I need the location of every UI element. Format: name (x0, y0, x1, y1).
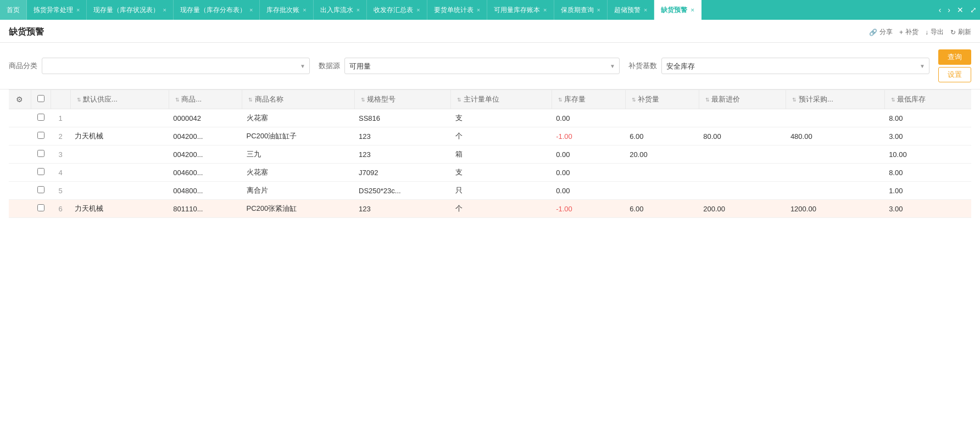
row-replenish: 6.00 (625, 127, 699, 145)
category-select[interactable] (42, 58, 310, 74)
close-icon[interactable]: × (644, 7, 647, 13)
tab-label: 库存批次账 (266, 5, 299, 15)
category-filter-label: 商品分类 (9, 61, 37, 71)
row-checkbox[interactable] (37, 168, 44, 175)
close-icon[interactable]: × (76, 7, 80, 13)
table-row: 4 004600... 火花塞 J7092 支 0.00 8.00 (9, 164, 971, 182)
settings-button[interactable]: 设置 (938, 67, 971, 82)
tab-label: 现存量（库存分布表） (180, 5, 246, 15)
row-checkbox[interactable] (37, 204, 44, 211)
tab-label: 保质期查询 (561, 5, 594, 15)
export-button[interactable]: ↓ 导出 (925, 27, 944, 37)
tab-prev-button[interactable]: ‹ (936, 0, 945, 20)
row-min-stock: 3.00 (884, 127, 971, 145)
table-row: 6 力天机械 801110... PC200张紧油缸 123 个 -1.00 6… (9, 200, 971, 218)
row-stock: 0.00 (552, 182, 625, 200)
close-icon[interactable]: × (691, 7, 694, 13)
row-spec: DS250*23c... (354, 182, 451, 200)
row-stock: 0.00 (552, 164, 625, 182)
row-checkbox[interactable] (37, 186, 44, 193)
tab-可用量库存账本[interactable]: 可用量库存账本 × (487, 0, 554, 20)
replenish-button[interactable]: + 补货 (899, 27, 918, 37)
col-header-replenish: ⇅ 补货量 (625, 90, 699, 109)
row-spec: J7092 (354, 164, 451, 182)
tab-保质期查询[interactable]: 保质期查询 × (554, 0, 608, 20)
row-index: 2 (51, 127, 70, 145)
close-icon[interactable]: × (416, 7, 420, 13)
row-latest-price (699, 109, 786, 127)
tab-label: 现存量（库存状况表） (93, 5, 159, 15)
row-latest-price: 200.00 (699, 200, 786, 218)
col-spec-sort-icon: ⇅ (361, 97, 365, 103)
col-name-sort-icon: ⇅ (248, 97, 253, 103)
close-icon[interactable]: × (597, 7, 600, 13)
tab-bar: 首页 拣货异常处理 × 现存量（库存状况表） × 现存量（库存分布表） × 库存… (0, 0, 980, 20)
table-row: 1 0000042 火花塞 SS816 支 0.00 8.00 (9, 109, 971, 127)
replenish-base-filter-group: 补货基数 安全库存 最低库存 ▼ (628, 58, 929, 74)
share-button[interactable]: 🔗 分享 (869, 27, 893, 37)
tab-close-all-button[interactable]: ✕ (954, 0, 967, 20)
tab-nav-buttons: ‹ › ✕ ⤢ (936, 0, 980, 20)
row-spec: 123 (354, 145, 451, 164)
close-icon[interactable]: × (303, 7, 306, 13)
row-supplier: 力天机械 (70, 200, 169, 218)
tab-next-button[interactable]: › (944, 0, 954, 20)
replenish-label: 补货 (905, 27, 918, 37)
row-spec: 123 (354, 127, 451, 145)
row-checkbox[interactable] (37, 114, 44, 121)
tab-收发存汇总表[interactable]: 收发存汇总表 × (367, 0, 427, 20)
row-checkbox-cell (31, 109, 51, 127)
tab-label: 出入库流水 (320, 5, 353, 15)
row-checkbox-cell (31, 127, 51, 145)
replenish-icon: + (899, 29, 903, 36)
tab-超储预警[interactable]: 超储预警 × (608, 0, 654, 20)
row-unit: 个 (451, 127, 552, 145)
row-replenish (625, 109, 699, 127)
query-button[interactable]: 查询 (938, 49, 971, 65)
row-stock: -1.00 (552, 127, 625, 145)
row-checkbox[interactable] (37, 150, 44, 157)
col-header-estimated-purchase: ⇅ 预计采购... (786, 90, 884, 109)
row-gear-cell (9, 164, 31, 182)
replenish-base-select-wrapper: 安全库存 最低库存 ▼ (661, 58, 929, 74)
row-spec: 123 (354, 200, 451, 218)
row-replenish (625, 164, 699, 182)
tab-现存量库存分布表[interactable]: 现存量（库存分布表） × (174, 0, 260, 20)
close-icon[interactable]: × (477, 7, 480, 13)
tab-现存量库存状况表[interactable]: 现存量（库存状况表） × (87, 0, 173, 20)
close-icon[interactable]: × (249, 7, 253, 13)
close-icon[interactable]: × (357, 7, 360, 13)
close-icon[interactable]: × (543, 7, 547, 13)
col-unit-sort-icon: ⇅ (457, 97, 461, 103)
row-product-name: 离合片 (242, 182, 354, 200)
row-index: 6 (51, 200, 70, 218)
replenish-base-select[interactable]: 安全库存 最低库存 (661, 58, 929, 74)
row-latest-price (699, 164, 786, 182)
row-estimated-purchase (786, 182, 884, 200)
col-price-sort-icon: ⇅ (705, 97, 710, 103)
table-container: ⚙ ⇅ 默认供应... ⇅ 商品... ⇅ (0, 89, 980, 218)
tab-fullscreen-button[interactable]: ⤢ (967, 0, 980, 20)
row-min-stock: 10.00 (884, 145, 971, 164)
export-label: 导出 (931, 27, 944, 37)
tab-要货单统计表[interactable]: 要货单统计表 × (427, 0, 487, 20)
row-checkbox[interactable] (37, 132, 44, 139)
close-icon[interactable]: × (163, 7, 166, 13)
col-est-sort-icon: ⇅ (792, 97, 797, 103)
row-latest-price (699, 145, 786, 164)
tab-首页[interactable]: 首页 (0, 0, 27, 20)
tab-拣货异常处理[interactable]: 拣货异常处理 × (27, 0, 87, 20)
select-all-checkbox[interactable] (37, 95, 44, 102)
refresh-button[interactable]: ↻ 刷新 (950, 27, 971, 37)
row-estimated-purchase (786, 145, 884, 164)
tab-库存批次账[interactable]: 库存批次账 × (260, 0, 313, 20)
datasource-select[interactable]: 可用量 库存量 (344, 58, 620, 74)
tab-出入库流水[interactable]: 出入库流水 × (314, 0, 367, 20)
table-row: 3 004200... 三九 123 箱 0.00 20.00 10.00 (9, 145, 971, 164)
col-min-sort-icon: ⇅ (891, 97, 895, 103)
col-header-product-name: ⇅ 商品名称 (242, 90, 354, 109)
tab-缺货预警[interactable]: 缺货预警 × (654, 0, 701, 20)
datasource-select-wrapper: 可用量 库存量 ▼ (344, 58, 620, 74)
gear-icon[interactable]: ⚙ (16, 95, 23, 104)
col-header-supplier: ⇅ 默认供应... (70, 90, 169, 109)
